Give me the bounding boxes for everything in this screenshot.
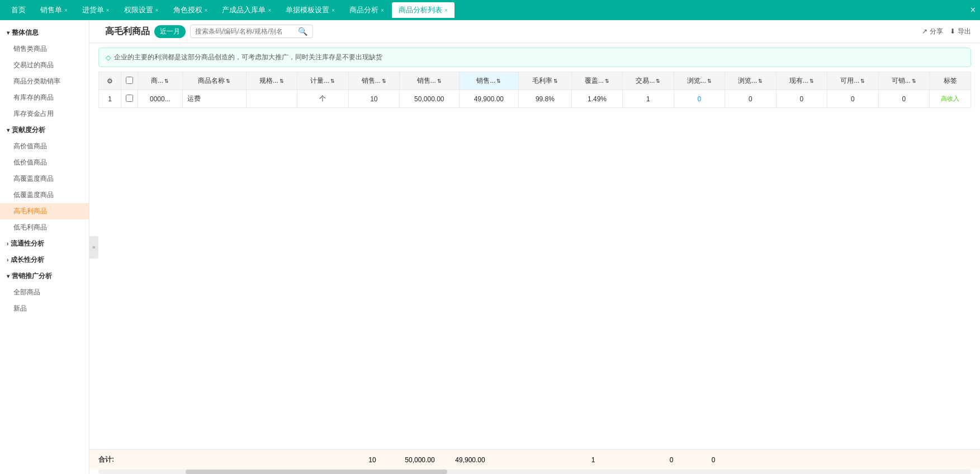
sidebar-group-growth[interactable]: › 成长性分析: [0, 252, 89, 268]
sidebar-item-all-goods[interactable]: 全部商品: [0, 284, 89, 301]
nav-product-analysis-list-close[interactable]: ×: [444, 7, 448, 13]
row-sales-qty: 10: [348, 90, 399, 108]
col-spec[interactable]: 规格... ⇅: [246, 72, 297, 90]
search-icon[interactable]: 🔍: [298, 27, 307, 36]
sort-icon: ⇅: [164, 78, 169, 84]
nav-permission-settings-close[interactable]: ×: [155, 7, 159, 13]
nav-permission-settings[interactable]: 权限设置 ×: [117, 2, 165, 18]
col-sales-amt[interactable]: 销售... ⇅: [400, 72, 460, 90]
sidebar-item-stock-capital[interactable]: 库存资金占用: [0, 106, 89, 122]
share-icon: ↗: [922, 27, 927, 35]
sidebar-item-low-coverage[interactable]: 低覆盖度商品: [0, 187, 89, 203]
col-current-stock[interactable]: 现有... ⇅: [776, 72, 827, 90]
settings-icon[interactable]: ⚙: [107, 77, 113, 85]
sidebar-item-traded-goods[interactable]: 交易过的商品: [0, 57, 89, 73]
footer-label: 合计:: [98, 455, 132, 464]
search-input[interactable]: [195, 27, 296, 35]
table-row: 1 0000... 运费 个 10 50,000.00 49,900.00 99: [99, 90, 971, 108]
row-checkbox[interactable]: [126, 95, 133, 102]
col-browse-a[interactable]: 浏览... ⇅: [674, 72, 725, 90]
time-filter-button[interactable]: 近一月: [154, 25, 186, 38]
col-available-stock[interactable]: 可用... ⇅: [827, 72, 878, 90]
browse-a-link[interactable]: 0: [698, 95, 702, 103]
footer-cells: 10 50,000.00 49,900.00 1 0 0: [132, 456, 971, 464]
footer-current: 0: [691, 456, 736, 464]
sidebar-group-marketing-arrow: ▾: [7, 273, 10, 279]
sidebar-group-liquidity[interactable]: › 流通性分析: [0, 236, 89, 252]
col-gross-rate[interactable]: 毛利率 ⇅: [519, 72, 572, 90]
nav-product-analysis-close[interactable]: ×: [381, 7, 384, 13]
col-salable-stock[interactable]: 可销... ⇅: [878, 72, 929, 90]
footer-sales-qty: 10: [350, 456, 395, 464]
nav-role-auth-close[interactable]: ×: [205, 7, 208, 13]
nav-role-auth[interactable]: 角色授权 ×: [167, 2, 215, 18]
top-nav: 首页 销售单 × 进货单 × 权限设置 × 角色授权 × 产成品入库单 × 单据…: [0, 0, 980, 20]
col-unit[interactable]: 计量... ⇅: [297, 72, 348, 90]
col-code[interactable]: 商... ⇅: [138, 72, 183, 90]
sidebar-group-marketing[interactable]: ▾ 营销推广分析: [0, 268, 89, 284]
collapse-sidebar-button[interactable]: «: [89, 236, 98, 259]
sort-icon: ⇅: [553, 78, 558, 84]
col-sales-qty[interactable]: 销售... ⇅: [348, 72, 399, 90]
row-name: 运费: [182, 90, 246, 108]
col-coverage[interactable]: 覆盖... ⇅: [571, 72, 622, 90]
info-banner: ◇ 企业的主要的利润都是这部分商品创造的，可考虑加大推广，同时关注库存是不要出现…: [98, 48, 971, 67]
sidebar-item-in-stock-goods[interactable]: 有库存的商品: [0, 90, 89, 106]
sort-icon: ⇅: [226, 78, 230, 84]
sidebar-group-growth-arrow: ›: [7, 257, 8, 263]
select-all-checkbox[interactable]: [126, 77, 133, 84]
page-title: 高毛利商品: [105, 26, 150, 37]
sidebar-group-overall[interactable]: ▾ 整体信息: [0, 25, 89, 41]
sidebar-group-contribution[interactable]: ▾ 贡献度分析: [0, 122, 89, 138]
sort-icon: ⇅: [912, 78, 916, 84]
sidebar-item-low-value[interactable]: 低价值商品: [0, 154, 89, 171]
nav-product-analysis[interactable]: 商品分析 ×: [343, 2, 391, 18]
row-browse-a[interactable]: 0: [674, 90, 725, 108]
row-sales-amt: 50,000.00: [400, 90, 460, 108]
sidebar-item-high-value[interactable]: 高价值商品: [0, 138, 89, 154]
row-current-stock: 0: [776, 90, 827, 108]
header-actions: ↗ 分享 ⬇ 导出: [922, 27, 971, 36]
export-button[interactable]: ⬇ 导出: [950, 27, 971, 36]
sidebar-item-new-goods[interactable]: 新品: [0, 301, 89, 317]
nav-sales-order[interactable]: 销售单 ×: [34, 2, 74, 18]
col-tag: 标签: [930, 72, 971, 90]
data-table: ⚙ 商... ⇅: [98, 72, 971, 108]
col-browse-b[interactable]: 浏览... ⇅: [725, 72, 776, 90]
nav-product-inbound[interactable]: 产成品入库单 ×: [215, 2, 278, 18]
sidebar-item-category-sales-rate[interactable]: 商品分类助销率: [0, 73, 89, 90]
sidebar-item-sales-goods[interactable]: 销售类商品: [0, 41, 89, 57]
row-available-stock: 0: [827, 90, 878, 108]
footer-sales-amt: 50,000.00: [395, 456, 445, 464]
sort-icon: ⇅: [758, 78, 763, 84]
sidebar: ▾ 整体信息 销售类商品 交易过的商品 商品分类助销率 有库存的商品 库存资金占…: [0, 20, 89, 474]
col-settings[interactable]: ⚙: [99, 72, 121, 90]
nav-home[interactable]: 首页: [4, 2, 32, 18]
sidebar-item-low-margin[interactable]: 低毛利商品: [0, 219, 89, 236]
data-table-container: ⚙ 商... ⇅: [98, 72, 971, 449]
sidebar-item-high-coverage[interactable]: 高覆盖度商品: [0, 171, 89, 187]
close-all-tabs-button[interactable]: ×: [970, 5, 976, 15]
nav-purchase-order[interactable]: 进货单 ×: [75, 2, 116, 18]
sidebar-item-high-margin[interactable]: 高毛利商品: [0, 203, 89, 219]
content-header: 高毛利商品 近一月 🔍 ↗ 分享 ⬇ 导出: [89, 20, 980, 43]
share-button[interactable]: ↗ 分享: [922, 27, 943, 36]
nav-purchase-order-close[interactable]: ×: [106, 7, 110, 13]
row-spec: [246, 90, 297, 108]
col-name[interactable]: 商品名称 ⇅: [182, 72, 246, 90]
horizontal-scrollbar[interactable]: [98, 470, 971, 474]
col-sales-amt2[interactable]: 销售... ⇅: [459, 72, 519, 90]
nav-product-inbound-close[interactable]: ×: [268, 7, 271, 13]
nav-template-settings[interactable]: 单据模板设置 ×: [279, 2, 342, 18]
col-transactions[interactable]: 交易... ⇅: [623, 72, 674, 90]
sort-icon: ⇅: [656, 78, 660, 84]
col-checkbox[interactable]: [121, 72, 138, 90]
scrollbar-thumb[interactable]: [186, 470, 447, 474]
footer-browse-b: 0: [652, 456, 691, 464]
nav-sales-order-close[interactable]: ×: [64, 7, 68, 13]
sort-icon: ⇅: [809, 78, 814, 84]
row-checkbox-cell[interactable]: [121, 90, 138, 108]
nav-product-analysis-list[interactable]: 商品分析列表 ×: [392, 2, 455, 18]
nav-template-settings-close[interactable]: ×: [332, 7, 335, 13]
sidebar-group-contribution-arrow: ▾: [7, 127, 10, 133]
